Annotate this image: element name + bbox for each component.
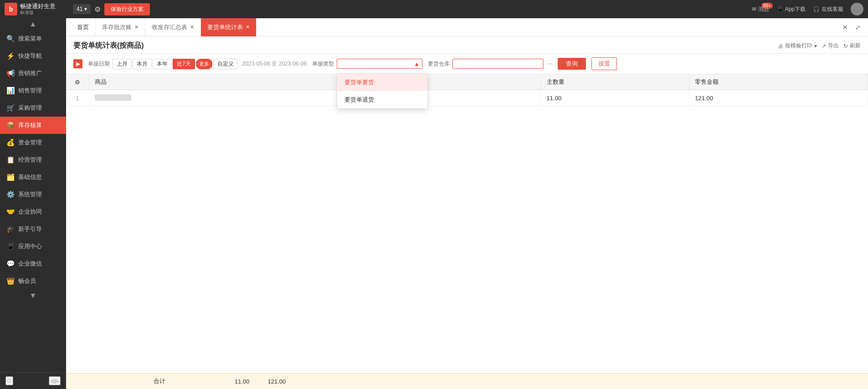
sidebar-item-app-center[interactable]: 📱 应用中心	[0, 238, 66, 255]
sidebar-settings-button[interactable]: ⚙	[5, 376, 13, 385]
sidebar-item-guide[interactable]: 🎓 新手引导	[0, 220, 66, 238]
col-amount: 零售金额	[689, 74, 868, 90]
tab-requisition-stats[interactable]: 要货单统计表 ✕	[201, 18, 257, 36]
warehouse-input[interactable]	[452, 59, 544, 69]
chevron-down-icon: ▾	[84, 6, 87, 12]
sidebar-item-label: 系统管理	[18, 190, 42, 199]
tab-inventory-batch-close[interactable]: ✕	[134, 24, 139, 30]
sidebar-item-member[interactable]: 👑 畅会员	[0, 272, 66, 290]
sidebar-item-label: 快捷导航	[18, 52, 42, 60]
sidebar-item-search[interactable]: 🔍 搜索菜单	[0, 30, 66, 47]
table-footer: 合计 11.00 121.00	[66, 373, 868, 389]
refresh-icon: ↻	[843, 43, 848, 49]
avatar[interactable]	[851, 3, 863, 15]
sidebar-item-wechat[interactable]: 💬 企业微信	[0, 255, 66, 272]
filter-bar: ▶ 单据日期 上月 本月 本年 近7天 更多 自定义 2023-05-06 至 …	[66, 54, 868, 74]
handshake-icon: 🤝	[6, 208, 15, 216]
table-area: ⚙ 商品 主计量单位 主数量 零售金额 1 块 11.00	[66, 74, 868, 373]
footer-quantity: 11.00	[171, 378, 259, 385]
export-button[interactable]: ↗ 导出	[822, 42, 839, 50]
tabs-expand-button[interactable]: ⤢	[853, 23, 863, 32]
more-options-icon[interactable]: ···	[546, 60, 552, 68]
custom-date-button[interactable]: 自定义	[213, 59, 238, 69]
cell-quantity: 11.00	[541, 90, 689, 106]
table-header-row: ⚙ 商品 主计量单位 主数量 零售金额	[66, 74, 868, 90]
content-area: 首页 库存批次账 ✕ 收发存汇总表 ✕ 要货单统计表 ✕ ✕ ⤢ 要	[66, 18, 868, 389]
graduation-icon: 🎓	[6, 225, 15, 233]
sidebar-item-operations[interactable]: 📋 经营管理	[0, 151, 66, 169]
sidebar-item-marketing[interactable]: 📢 营销推广	[0, 65, 66, 82]
gear-button[interactable]: ⚙	[94, 5, 101, 14]
query-button[interactable]: 查询	[558, 58, 586, 70]
sidebar-item-enterprise[interactable]: 🤝 企业协同	[0, 203, 66, 220]
type-filter-group: 单据类型 ▲ 要货单要货 要货单退货	[312, 59, 422, 69]
sidebar-item-sales[interactable]: 📊 销售管理	[0, 82, 66, 99]
message-badge: 99+	[761, 3, 773, 9]
last-month-button[interactable]: 上月	[113, 59, 132, 69]
warehouse-filter-group: 要货仓库 ···	[428, 59, 552, 69]
table-row: 1 块 11.00 121.00	[66, 90, 868, 106]
sidebar-item-label: 销售管理	[18, 87, 42, 95]
sidebar-item-label: 新手引导	[18, 225, 42, 233]
sidebar-scroll-down: ▼	[0, 290, 66, 302]
tabs-close-button[interactable]: ✕	[840, 23, 851, 32]
app-download-label: App下载	[785, 5, 806, 13]
online-service-button[interactable]: 🎧 在线客服	[813, 5, 843, 13]
sidebar-item-label: 经营管理	[18, 156, 42, 164]
sidebar-item-finance[interactable]: 💰 资金管理	[0, 134, 66, 151]
dropdown-item-requisition-order[interactable]: 要货单要货	[337, 74, 427, 91]
print-button[interactable]: 🖨 按模板打印 ▾	[778, 42, 817, 50]
more-dates-button[interactable]: 更多	[196, 59, 212, 69]
type-select-container: ▲ 要货单要货 要货单退货	[337, 59, 422, 69]
dropdown-item-requisition-return[interactable]: 要货单退货	[337, 91, 427, 108]
filter-toggle-button[interactable]: ▶	[73, 59, 82, 68]
settings-button[interactable]: 设置	[591, 57, 617, 70]
tab-inventory-batch[interactable]: 库存批次账 ✕	[96, 18, 145, 36]
trial-button[interactable]: 体验行业方案	[104, 3, 150, 15]
sidebar-item-label: 搜索菜单	[18, 35, 42, 43]
this-year-button[interactable]: 本年	[153, 59, 172, 69]
cell-amount: 121.00	[689, 90, 868, 106]
sidebar-item-quick-nav[interactable]: ⚡ 快捷导航	[0, 47, 66, 65]
refresh-button[interactable]: ↻ 刷新	[843, 42, 861, 50]
page-title: 要货单统计表(按商品)	[73, 41, 144, 51]
page-content: 要货单统计表(按商品) 🖨 按模板打印 ▾ ↗ 导出 ↻ 刷新	[66, 36, 868, 389]
export-label: 导出	[828, 42, 839, 50]
sidebar: ▲ 🔍 搜索菜单 ⚡ 快捷导航 📢 营销推广 📊 销售管理 🛒 采购管理 📦 库…	[0, 18, 66, 389]
app-sub: 标准版	[20, 10, 56, 15]
main-layout: ▲ 🔍 搜索菜单 ⚡ 快捷导航 📢 营销推广 📊 销售管理 🛒 采购管理 📦 库…	[0, 18, 868, 389]
tab-receive-summary-close[interactable]: ✕	[190, 24, 194, 30]
sidebar-item-inventory[interactable]: 📦 库存核算	[0, 117, 66, 134]
scroll-up-button[interactable]: ▲	[30, 20, 37, 28]
sidebar-bottom: ⚙ ◀▶	[0, 372, 66, 389]
this-month-button[interactable]: 本月	[133, 59, 152, 69]
sidebar-item-label: 资金管理	[18, 138, 42, 147]
store-selector[interactable]: 41 ▾	[73, 4, 91, 14]
header-right: ✉ 消息 99+ 📱 App下载 🎧 在线客服	[752, 3, 863, 15]
crown-icon: 👑	[6, 277, 15, 285]
sidebar-item-label: 企业协同	[18, 208, 42, 216]
online-service-label: 在线客服	[822, 5, 843, 13]
megaphone-icon: 📢	[6, 69, 15, 77]
page-header: 要货单统计表(按商品) 🖨 按模板打印 ▾ ↗ 导出 ↻ 刷新	[66, 36, 868, 54]
type-select-input[interactable]	[337, 59, 422, 69]
date-filter-label: 单据日期	[88, 60, 110, 68]
app-download-button[interactable]: 📱 App下载	[776, 5, 806, 13]
tab-receive-summary-label: 收发存汇总表	[152, 23, 187, 31]
tab-requisition-stats-close[interactable]: ✕	[246, 24, 250, 30]
top-header: b 畅捷通好生意 标准版 41 ▾ ⚙ 体验行业方案 ✉ 消息 99+ 📱 Ap…	[0, 0, 868, 18]
sidebar-item-label: 库存核算	[18, 121, 42, 129]
box-icon: 📦	[6, 121, 15, 129]
tab-receive-summary[interactable]: 收发存汇总表 ✕	[145, 18, 201, 36]
tab-home[interactable]: 首页	[71, 18, 96, 36]
header-center: 41 ▾ ⚙ 体验行业方案	[68, 3, 752, 15]
sidebar-toggle-button[interactable]: ◀▶	[49, 376, 61, 385]
chevron-down-icon: ▾	[814, 43, 817, 49]
tab-home-label: 首页	[77, 23, 89, 31]
messages-button[interactable]: ✉ 消息 99+	[752, 5, 769, 13]
sidebar-item-purchase[interactable]: 🛒 采购管理	[0, 99, 66, 117]
sidebar-item-basic-info[interactable]: 🗂️ 基础信息	[0, 169, 66, 186]
scroll-down-button[interactable]: ▼	[30, 292, 37, 300]
sidebar-item-system[interactable]: ⚙️ 系统管理	[0, 186, 66, 203]
last-7-days-button[interactable]: 近7天	[173, 59, 195, 69]
